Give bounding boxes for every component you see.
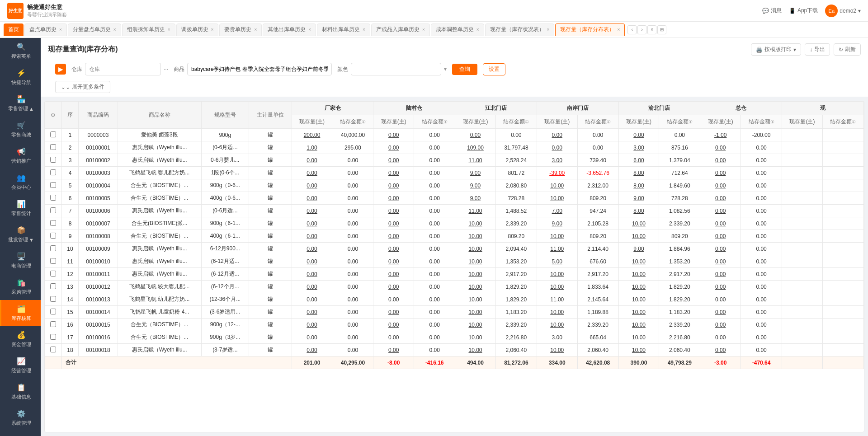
row-check[interactable] bbox=[45, 243, 62, 255]
jb-qty-link[interactable]: 10.00 bbox=[468, 322, 482, 328]
row-check[interactable] bbox=[45, 268, 62, 281]
message-btn[interactable]: 💬 消息 bbox=[762, 7, 782, 14]
tab-10[interactable]: 现存量（库存状况表） × bbox=[485, 23, 555, 36]
jb-qty-link[interactable]: 11.00 bbox=[468, 157, 482, 164]
row-check[interactable] bbox=[45, 306, 62, 319]
zc-qty-link[interactable]: 0.00 bbox=[715, 271, 726, 277]
sidebar-item-search[interactable]: 🔍 搜索英单 bbox=[0, 38, 41, 64]
zc-qty-link[interactable]: 0.00 bbox=[715, 220, 726, 227]
row-checkbox[interactable] bbox=[50, 245, 56, 251]
ck-qty-link[interactable]: 0.00 bbox=[307, 183, 317, 189]
na-qty-link[interactable]: 10.00 bbox=[550, 347, 564, 353]
row-checkbox[interactable] bbox=[50, 131, 56, 137]
yb-qty-link[interactable]: 0.00 bbox=[633, 132, 644, 138]
row-checkbox[interactable] bbox=[50, 271, 56, 277]
row-checkbox[interactable] bbox=[50, 195, 56, 201]
tab-7[interactable]: 材料出库单历史 × bbox=[317, 23, 370, 36]
jb-qty-link[interactable]: 9.00 bbox=[470, 195, 481, 202]
zc-qty-link[interactable]: -1.00 bbox=[714, 132, 726, 138]
sidebar-item-basic[interactable]: 📋 基础信息 bbox=[0, 379, 41, 405]
tab-close-3[interactable]: × bbox=[168, 27, 170, 32]
ck-qty-link[interactable]: 0.00 bbox=[307, 334, 317, 341]
lc-qty-link[interactable]: 0.00 bbox=[388, 220, 399, 227]
tab-prev-btn[interactable]: ‹ bbox=[627, 25, 637, 34]
ck-qty-link[interactable]: 0.00 bbox=[307, 170, 317, 176]
jb-qty-link[interactable]: 10.00 bbox=[468, 271, 482, 277]
info-icon-3[interactable]: ① bbox=[525, 119, 529, 124]
zc-qty-link[interactable]: 0.00 bbox=[715, 258, 726, 265]
zc-qty-link[interactable]: 0.00 bbox=[715, 246, 726, 252]
product-input[interactable] bbox=[187, 63, 332, 75]
tab-close-all-btn[interactable]: × bbox=[647, 25, 656, 34]
jb-qty-link[interactable]: 10.00 bbox=[468, 334, 482, 341]
row-checkbox[interactable] bbox=[50, 334, 56, 340]
sidebar-item-retailshop[interactable]: 🛒 零售商城 bbox=[0, 117, 41, 143]
na-qty-link[interactable]: 10.00 bbox=[550, 183, 564, 189]
lc-qty-link[interactable]: 0.00 bbox=[388, 208, 399, 214]
info-icon-4[interactable]: ① bbox=[607, 119, 611, 124]
jb-qty-link[interactable]: 10.00 bbox=[468, 284, 482, 290]
yb-qty-link[interactable]: 8.00 bbox=[633, 183, 644, 189]
yb-qty-link[interactable]: 6.00 bbox=[633, 157, 644, 164]
zc-qty-link[interactable]: 0.00 bbox=[715, 284, 726, 290]
lc-qty-link[interactable]: 0.00 bbox=[388, 132, 399, 138]
sidebar-item-purchase[interactable]: 🛍️ 采购管理 bbox=[0, 274, 41, 300]
row-checkbox[interactable] bbox=[50, 309, 56, 314]
row-check[interactable] bbox=[45, 217, 62, 230]
zc-qty-link[interactable]: 0.00 bbox=[715, 170, 726, 176]
row-check[interactable] bbox=[45, 255, 62, 268]
lc-qty-link[interactable]: 0.00 bbox=[388, 347, 399, 353]
jb-qty-link[interactable]: 10.00 bbox=[468, 347, 482, 353]
lc-qty-link[interactable]: 0.00 bbox=[388, 322, 399, 328]
lc-qty-link[interactable]: 0.00 bbox=[388, 284, 399, 290]
info-icon-2[interactable]: ① bbox=[443, 119, 448, 124]
tab-9[interactable]: 成本调整单历史 × bbox=[431, 23, 484, 36]
tab-close-9[interactable]: × bbox=[476, 27, 479, 32]
sidebar-item-retail[interactable]: 🏪 零售管理 ▲ bbox=[0, 90, 41, 117]
yb-qty-link[interactable]: 10.00 bbox=[632, 284, 646, 290]
row-checkbox[interactable] bbox=[50, 144, 56, 150]
row-check[interactable] bbox=[45, 281, 62, 293]
info-icon-6[interactable]: ① bbox=[770, 119, 774, 124]
row-check[interactable] bbox=[45, 344, 62, 356]
ck-qty-link[interactable]: 0.00 bbox=[307, 157, 317, 164]
row-check[interactable] bbox=[45, 230, 62, 243]
lc-qty-link[interactable]: 0.00 bbox=[388, 258, 399, 265]
tab-5[interactable]: 要货单历史 × bbox=[219, 23, 262, 36]
yb-qty-link[interactable]: 10.00 bbox=[632, 233, 646, 239]
zc-qty-link[interactable]: 0.00 bbox=[715, 322, 726, 328]
na-qty-link[interactable]: 3.00 bbox=[552, 334, 562, 341]
row-check[interactable] bbox=[45, 293, 62, 306]
yb-qty-link[interactable]: 3.00 bbox=[633, 145, 644, 151]
info-icon-1[interactable]: ① bbox=[362, 119, 366, 124]
row-check[interactable] bbox=[45, 179, 62, 192]
lc-qty-link[interactable]: 0.00 bbox=[388, 145, 399, 151]
row-check[interactable] bbox=[45, 129, 62, 141]
th-gear[interactable]: ⚙ bbox=[45, 102, 62, 129]
jb-qty-link[interactable]: 11.00 bbox=[468, 208, 482, 214]
yb-qty-link[interactable]: 8.00 bbox=[633, 208, 644, 214]
na-qty-link[interactable]: 10.00 bbox=[550, 271, 564, 277]
lc-qty-link[interactable]: 0.00 bbox=[388, 233, 399, 239]
yb-qty-link[interactable]: 10.00 bbox=[632, 258, 646, 265]
row-checkbox[interactable] bbox=[50, 207, 56, 213]
ck-qty-link[interactable]: 1.00 bbox=[307, 145, 317, 151]
na-qty-link[interactable]: 10.00 bbox=[550, 309, 564, 315]
tab-11[interactable]: 现存量（库存分布表） × bbox=[555, 23, 625, 36]
app-download-btn[interactable]: 📱 App下载 bbox=[789, 7, 818, 14]
zc-qty-link[interactable]: 0.00 bbox=[715, 233, 726, 239]
jb-qty-link[interactable]: 10.00 bbox=[468, 296, 482, 303]
jb-qty-link[interactable]: 109.00 bbox=[467, 145, 484, 151]
sidebar-item-system[interactable]: ⚙️ 系统管理 bbox=[0, 405, 41, 431]
yb-qty-link[interactable]: 10.00 bbox=[632, 271, 646, 277]
yb-qty-link[interactable]: 9.00 bbox=[633, 246, 644, 252]
tab-close-7[interactable]: × bbox=[363, 27, 365, 32]
jb-qty-link[interactable]: 10.00 bbox=[468, 258, 482, 265]
na-qty-link[interactable]: -39.00 bbox=[549, 170, 565, 176]
na-qty-link[interactable]: 0.00 bbox=[552, 145, 562, 151]
lc-qty-link[interactable]: 0.00 bbox=[388, 271, 399, 277]
lc-qty-link[interactable]: 0.00 bbox=[388, 296, 399, 303]
lc-qty-link[interactable]: 0.00 bbox=[388, 246, 399, 252]
tab-8[interactable]: 产成品入库单历史 × bbox=[371, 23, 430, 36]
yb-qty-link[interactable]: 10.00 bbox=[632, 309, 646, 315]
